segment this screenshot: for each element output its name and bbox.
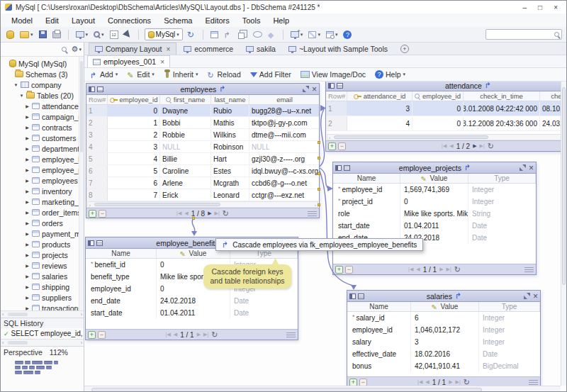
tree-caret-icon[interactable]: ▶ xyxy=(25,284,30,289)
canvas-toolbar-inherit[interactable]: Inherit▾ xyxy=(164,70,198,79)
table-row[interactable]: 76ArleneMcgrathccbd6@-g---o.net xyxy=(86,177,319,189)
relations-icon[interactable]: ▾ xyxy=(307,30,322,39)
close-icon[interactable]: × xyxy=(312,85,317,94)
tree-table-employee-benefits[interactable]: ▶employee_benefits xyxy=(1,154,84,164)
table-icon[interactable] xyxy=(209,30,220,39)
tree-caret-icon[interactable]: ▼ xyxy=(19,94,24,98)
tree-table-marketing-campaigns[interactable]: ▶marketing_campaigns xyxy=(1,196,84,207)
refresh-button[interactable]: ↻ xyxy=(454,265,461,274)
add-row-button[interactable]: + xyxy=(349,379,357,386)
pane-toggle-icon[interactable] xyxy=(88,240,94,246)
data-cell[interactable]: Rubio xyxy=(211,105,249,116)
tree-caret-icon[interactable]: ▶ xyxy=(25,220,30,225)
next-page-button[interactable]: ▶ xyxy=(208,211,211,216)
data-cell[interactable]: ccbd6@-g---o.net xyxy=(249,177,320,189)
tree-caret-icon[interactable]: ▶ xyxy=(25,103,30,108)
layout-tab-sakila[interactable]: sakila xyxy=(240,43,281,55)
column-header-employee-id[interactable]: employee_id xyxy=(412,91,464,101)
close-tab-icon[interactable]: × xyxy=(166,45,170,53)
last-page-button[interactable]: ▶| xyxy=(456,379,461,385)
data-cell[interactable]: 0 xyxy=(412,116,464,130)
data-cell[interactable]: 7 xyxy=(108,189,160,201)
column-header-employee-id[interactable]: employee_id xyxy=(108,95,160,104)
table-employees[interactable]: employees↱×Row#employee_idfirst_namelast… xyxy=(86,83,320,218)
tree-table-order-items[interactable]: ▶order_items xyxy=(1,207,84,218)
add-layout-tab-button[interactable] xyxy=(400,45,409,53)
tree-schema-company[interactable]: ▼company xyxy=(1,79,84,90)
pane-toggle-icon[interactable] xyxy=(349,293,356,299)
tree-table-customers[interactable]: ▶customers xyxy=(1,133,84,143)
menu-item-schema[interactable]: Schema xyxy=(157,15,198,26)
table-row[interactable]: 24003.12.2008 20:43:36 00024.03.200 xyxy=(326,116,563,131)
data-cell[interactable]: NULL xyxy=(249,141,320,152)
data-cell[interactable]: tktpo@j-gy-p.com xyxy=(249,117,320,128)
table-row[interactable]: 13013.01.2008 04:22:42 00008.10.200 xyxy=(326,101,563,116)
resize-grip[interactable] xyxy=(286,332,296,337)
tree-table-inventory[interactable]: ▶inventory xyxy=(1,186,84,196)
sidebar-search-field[interactable] xyxy=(3,44,69,55)
field-row[interactable]: employee_id1,046,012,172Integer xyxy=(347,324,540,336)
add-row-button[interactable]: + xyxy=(88,331,96,339)
first-page-button[interactable]: |◀ xyxy=(417,379,422,385)
data-cell[interactable]: Robbie xyxy=(160,129,211,140)
data-cell[interactable]: Wilkins xyxy=(211,129,249,140)
data-cell[interactable]: Hart xyxy=(211,153,249,164)
table-salaries-titlebar[interactable]: salaries↱× xyxy=(347,291,540,302)
refresh-button[interactable]: ↻ xyxy=(223,209,229,218)
canvas-toolbar-add[interactable]: Add▾ xyxy=(90,70,118,79)
add-row-button[interactable]: + xyxy=(89,210,96,218)
data-cell[interactable]: Arlene xyxy=(160,177,211,189)
menu-item-editors[interactable]: Editors xyxy=(198,15,235,26)
table-attendance[interactable]: attendance↱×Row#attendance_idemployee_id… xyxy=(325,82,563,152)
pane-toggle-icon[interactable] xyxy=(89,86,95,92)
tree-table-employee-projects[interactable]: ▶employee_projects xyxy=(1,164,84,175)
canvas-toolbar-add-filter[interactable]: Add Filter xyxy=(250,70,291,79)
table-employees-titlebar[interactable]: employees↱× xyxy=(86,84,319,95)
prev-page-button[interactable]: ◀ xyxy=(416,267,420,272)
data-cell[interactable]: Mathis xyxy=(211,117,249,128)
data-cell[interactable]: 1 xyxy=(108,117,160,128)
tree-h-scrollbar[interactable]: ‹› xyxy=(1,310,84,318)
tree-table-products[interactable]: ▶products xyxy=(1,239,84,250)
table-employees-h-scrollbar[interactable]: ‹› xyxy=(87,201,318,208)
prev-page-button[interactable]: ◀ xyxy=(425,379,429,385)
prev-page-button[interactable]: ◀ xyxy=(449,143,453,149)
tree-table-departments[interactable]: ▶departments xyxy=(1,143,84,154)
field-value[interactable]: 42,041,910.41 xyxy=(411,360,479,372)
tree-caret-icon[interactable]: ▶ xyxy=(25,157,30,162)
tree-table-projects[interactable]: ▶projects xyxy=(1,250,84,260)
close-icon[interactable]: × xyxy=(529,164,534,172)
data-cell[interactable]: 0 xyxy=(412,101,464,116)
field-value[interactable]: 6 xyxy=(411,312,479,324)
tree-caret-icon[interactable]: ▶ xyxy=(25,295,30,300)
cascade-icon[interactable]: ↱ xyxy=(485,82,491,89)
canvas-v-scrollbar[interactable] xyxy=(561,82,566,386)
form-view-icon[interactable] xyxy=(344,165,350,171)
copy-icon[interactable] xyxy=(236,30,249,40)
help-icon[interactable] xyxy=(342,30,353,40)
data-cell[interactable]: 03.12.2008 20:43:36 000 xyxy=(464,116,540,130)
last-page-button[interactable]: ▶| xyxy=(447,267,451,272)
tree-caret-icon[interactable]: ▶ xyxy=(25,210,30,215)
next-page-button[interactable]: ▶ xyxy=(473,143,476,149)
calendar-icon[interactable] xyxy=(108,30,120,40)
canvas-toolbar-reload[interactable]: Reload xyxy=(208,70,241,79)
tree-caret-icon[interactable]: ▶ xyxy=(25,242,30,247)
field-row[interactable]: start_date01.04.2011Date xyxy=(86,307,298,319)
layout-tab-ecommerce[interactable]: ecommerce xyxy=(178,43,239,55)
tree-caret-icon[interactable]: ▶ xyxy=(25,114,30,119)
data-cell[interactable]: Caroline xyxy=(160,165,211,177)
pane-toggle-icon[interactable] xyxy=(328,83,335,89)
first-page-button[interactable]: |◀ xyxy=(408,267,413,272)
close-button[interactable]: × xyxy=(554,4,558,11)
scroll-left-icon[interactable]: ‹ xyxy=(329,135,330,140)
tree-table-orders[interactable]: ▶orders xyxy=(1,218,84,228)
data-cell[interactable]: 13.01.2008 04:22:42 000 xyxy=(464,101,540,116)
database-icon[interactable] xyxy=(5,30,16,40)
data-cell[interactable]: bugg28@--u--x.net xyxy=(249,105,320,116)
tree-table-attendance[interactable]: ▶attendance xyxy=(1,101,84,111)
cascade-icon[interactable]: ↱ xyxy=(455,292,461,300)
search-input[interactable] xyxy=(488,30,554,38)
canvas-toolbar-view-image-doc[interactable]: View Image/Doc xyxy=(301,70,366,79)
data-cell[interactable]: 0 xyxy=(108,105,160,116)
